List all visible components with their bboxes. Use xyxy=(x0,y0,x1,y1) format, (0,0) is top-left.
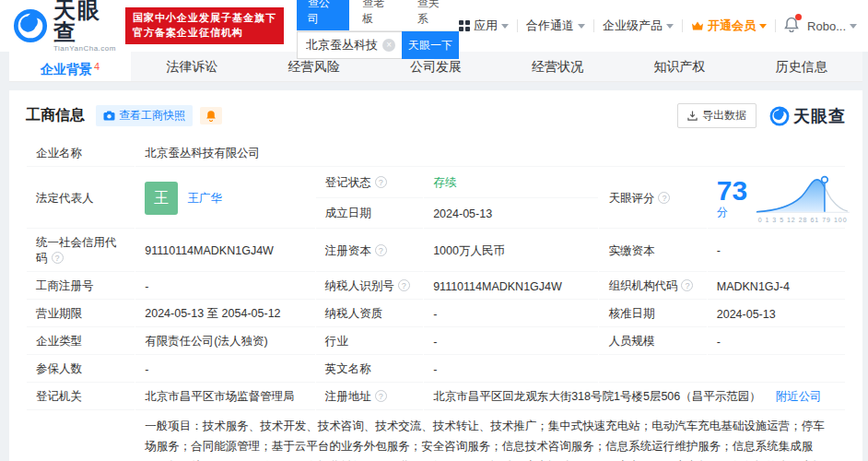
company-type-value: 有限责任公司(法人独资) xyxy=(135,328,316,356)
english-name-value: - xyxy=(424,356,599,384)
user-name: Robo... xyxy=(807,19,846,33)
registered-address-value: 北京市昌平区回龙观东大街318号院1号楼5层506（昌平示范园） xyxy=(433,389,761,405)
tab-history-info[interactable]: 历史信息 xyxy=(741,52,862,81)
help-icon[interactable] xyxy=(375,176,387,188)
view-snapshot-button[interactable]: 查看工商快照 xyxy=(96,105,193,126)
registered-address-label: 注册地址 xyxy=(315,384,423,411)
org-code-value: MADKN1GJ-4 xyxy=(707,273,845,301)
label-text: 组织机构代码 xyxy=(608,279,677,292)
label-text: 注册资本 xyxy=(325,244,371,257)
tyc-score-cell[interactable]: 73分 xyxy=(707,168,845,230)
tab-count-badge: 4 xyxy=(94,61,100,72)
paid-capital-value: - xyxy=(707,230,845,273)
reg-number-value: - xyxy=(135,273,316,301)
empty-cell xyxy=(599,356,846,384)
nearby-companies-link[interactable]: 附近公司 xyxy=(776,389,822,405)
tianyancha-logo[interactable]: 天眼查 TianYanCha.com xyxy=(13,0,116,53)
industry-value: - xyxy=(424,328,599,356)
uscc-value: 91110114MADKN1GJ4W xyxy=(135,230,316,273)
help-icon[interactable] xyxy=(681,279,693,291)
tab-label: 经营状况 xyxy=(532,59,583,74)
approval-date-label: 核准日期 xyxy=(599,301,707,328)
table-row: 法定代表人 王 王广华 登记状态 存续 天眼评分 73分 xyxy=(27,168,846,199)
score-distribution-chart: 0 1 3 5 12 28 61 79 100 xyxy=(755,173,850,223)
view-snapshot-label: 查看工商快照 xyxy=(119,108,185,124)
business-scope-text: 一般项目：技术服务、技术开发、技术咨询、技术交流、技术转让、技术推广；集中式快速… xyxy=(145,417,836,461)
tab-label: 企业背景 xyxy=(41,62,92,77)
help-icon[interactable] xyxy=(658,192,670,204)
tab-legal-proceedings[interactable]: 法律诉讼 xyxy=(131,52,252,81)
industry-label: 行业 xyxy=(315,328,423,356)
nav-apps[interactable]: 应用 xyxy=(459,18,509,34)
monitor-bell-button[interactable] xyxy=(200,107,222,124)
help-icon[interactable] xyxy=(398,279,410,291)
search-button[interactable]: 天眼一下 xyxy=(402,31,459,59)
search-tab-company[interactable]: 查公司 xyxy=(297,0,349,30)
business-scope-label: 经营范围 xyxy=(27,411,135,461)
notification-dot xyxy=(795,14,802,20)
registration-authority-label: 登记机关 xyxy=(27,384,135,411)
section-title: 工商信息 xyxy=(26,106,85,125)
chevron-down-icon xyxy=(759,24,767,29)
help-icon[interactable] xyxy=(52,252,64,264)
label-text: 天眼评分 xyxy=(608,192,654,205)
company-type-label: 企业类型 xyxy=(27,328,135,356)
score-value: 73 xyxy=(717,175,747,206)
search-tabs: 查公司 查老板 查关系 xyxy=(297,0,459,31)
tab-label: 历史信息 xyxy=(776,59,827,74)
table-row: 营业期限 2024-05-13 至 2054-05-12 纳税人资质 - 核准日… xyxy=(27,301,846,328)
nav-enterprise[interactable]: 企业级产品 xyxy=(603,18,674,34)
paid-capital-label: 实缴资本 xyxy=(599,230,707,273)
table-row: 工商注册号 - 纳税人识别号 91110114MADKN1GJ4W 组织机构代码… xyxy=(27,273,846,301)
business-term-label: 营业期限 xyxy=(27,301,135,328)
english-name-label: 英文名称 xyxy=(315,356,423,384)
top-navigation: 应用 合作通道 企业级产品 开通会员 Robo... xyxy=(459,17,857,35)
chevron-down-icon xyxy=(501,24,509,29)
company-name-value: 北京蚕丛科技有限公司 xyxy=(135,140,846,168)
nav-user-menu[interactable]: Robo... xyxy=(807,19,857,33)
nav-vip[interactable]: 开通会员 xyxy=(691,18,767,34)
tab-company-background[interactable]: 企业背景4 xyxy=(9,52,131,81)
divider xyxy=(517,19,518,32)
reg-number-label: 工商注册号 xyxy=(27,273,135,301)
clear-search-icon[interactable]: × xyxy=(382,39,395,52)
org-code-label: 组织机构代码 xyxy=(599,273,707,301)
table-row: 参保人数 - 英文名称 - xyxy=(27,356,846,384)
table-row: 统一社会信用代码 91110114MADKN1GJ4W 注册资本 1000万人民… xyxy=(27,230,846,273)
avatar[interactable]: 王 xyxy=(145,182,178,215)
score-unit: 分 xyxy=(717,206,728,219)
export-data-button[interactable]: 导出数据 xyxy=(677,103,757,128)
taxpayer-qualification-label: 纳税人资质 xyxy=(315,301,423,328)
registration-authority-value: 北京市昌平区市场监督管理局 xyxy=(135,384,316,411)
tab-operating-status[interactable]: 经营状况 xyxy=(497,52,618,81)
score-marker-pin xyxy=(822,177,828,183)
tianyancha-logo-icon xyxy=(769,106,790,126)
export-data-label: 导出数据 xyxy=(702,108,746,124)
reg-status-label: 登记状态 xyxy=(315,168,423,199)
tab-label: 法律诉讼 xyxy=(166,59,217,74)
legal-rep-label: 法定代表人 xyxy=(27,168,135,230)
help-icon[interactable] xyxy=(375,390,387,402)
tab-label: 知识产权 xyxy=(654,59,706,74)
camera-icon xyxy=(103,111,115,121)
taxpayer-id-label: 纳税人识别号 xyxy=(315,273,423,301)
reg-capital-label: 注册资本 xyxy=(315,230,423,273)
legal-rep-link[interactable]: 王广华 xyxy=(187,191,222,207)
staff-size-label: 人员规模 xyxy=(599,328,707,356)
reg-capital-value: 1000万人民币 xyxy=(424,230,599,273)
legal-rep-cell: 王 王广华 xyxy=(135,168,316,230)
table-row: 经营范围 一般项目：技术服务、技术开发、技术咨询、技术交流、技术转让、技术推广；… xyxy=(27,411,846,461)
nav-partner[interactable]: 合作通道 xyxy=(526,18,585,34)
search-tab-boss[interactable]: 查老板 xyxy=(351,0,404,30)
notifications-bell[interactable] xyxy=(784,17,799,35)
search-block: 查公司 查老板 查关系 × 天眼一下 xyxy=(297,0,459,59)
label-text: 登记状态 xyxy=(325,176,371,189)
download-icon xyxy=(687,111,698,121)
chevron-down-icon xyxy=(666,24,674,29)
divider xyxy=(593,19,594,32)
crown-icon xyxy=(691,20,704,31)
search-tab-relation[interactable]: 查关系 xyxy=(406,0,459,30)
insured-count-label: 参保人数 xyxy=(27,356,135,384)
help-icon[interactable] xyxy=(375,244,387,256)
tab-intellectual-property[interactable]: 知识产权 xyxy=(618,52,740,81)
